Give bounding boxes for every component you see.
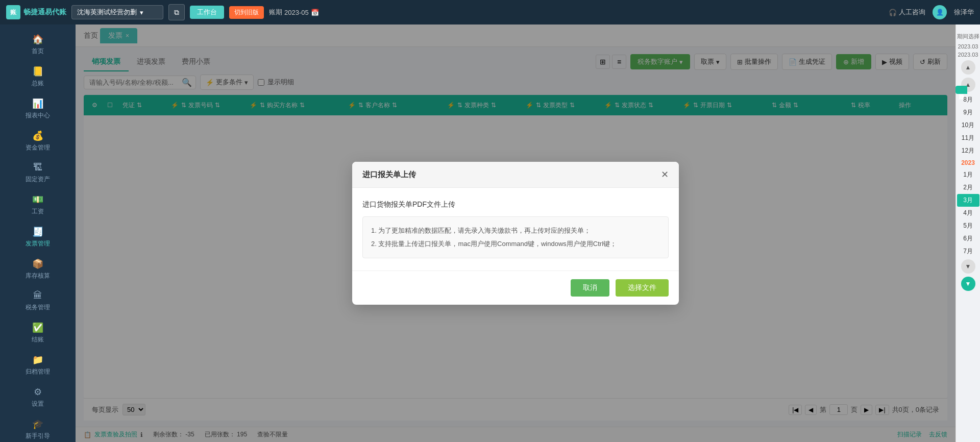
sidebar-item-label: 首页 bbox=[32, 47, 44, 56]
switch-old-version-button[interactable]: 切到旧版 bbox=[229, 6, 264, 19]
user-avatar[interactable]: 👤 bbox=[933, 5, 947, 19]
modal-footer: 取消 选择文件 bbox=[352, 271, 679, 305]
app-name: 畅捷通易代账 bbox=[23, 8, 66, 17]
period-month-3[interactable]: 3月 bbox=[957, 194, 979, 207]
guide-icon: 🎓 bbox=[32, 419, 43, 430]
settlement-icon: ✅ bbox=[32, 322, 43, 333]
period-month-8[interactable]: 8月 bbox=[957, 93, 979, 106]
app-logo: 账 畅捷通易代账 bbox=[6, 5, 66, 19]
period-up-button[interactable]: ▲ bbox=[961, 60, 975, 75]
sidebar-item-label: 税务管理 bbox=[26, 303, 50, 312]
tax-icon: 🏛 bbox=[33, 290, 42, 301]
sidebar-item-tax[interactable]: 🏛 税务管理 bbox=[0, 285, 76, 317]
archive-icon: 📁 bbox=[32, 354, 43, 365]
period-year-2023[interactable]: 2023 bbox=[957, 157, 979, 168]
sidebar-item-label: 发票管理 bbox=[26, 239, 50, 248]
modal-info-box: 1. 为了更加精准的数据匹配，请先录入海关缴款书，再上传对应的报关单； 2. 支… bbox=[362, 216, 669, 258]
main-content: 首页 发票 × 销项发票 进项发票 费用小票 bbox=[76, 24, 955, 442]
modal-close-button[interactable]: ✕ bbox=[661, 169, 669, 180]
sidebar-item-label: 总账 bbox=[32, 79, 44, 88]
modal-overlay: 进口报关单上传 ✕ 进口货物报关单PDF文件上传 1. 为了更加精准的数据匹配，… bbox=[76, 24, 955, 442]
sidebar-item-ledger[interactable]: 📒 总账 bbox=[0, 61, 76, 93]
modal-section-title: 进口货物报关单PDF文件上传 bbox=[362, 200, 669, 209]
right-panel: 开票日期 期间选择 2023.03 2023.03 ▲ ▲ 8月 9月 10月 … bbox=[955, 24, 980, 442]
logo-icon: 账 bbox=[6, 5, 20, 19]
modal-select-file-button[interactable]: 选择文件 bbox=[616, 279, 669, 297]
funds-icon: 💰 bbox=[32, 130, 43, 141]
sidebar-item-label: 工资 bbox=[32, 207, 44, 216]
period-display: 账期 2023-05 📅 bbox=[269, 8, 319, 17]
modal-title: 进口报关单上传 bbox=[362, 170, 416, 180]
main-layout: 🏠 首页 📒 总账 📊 报表中心 💰 资金管理 🏗 固定资产 💵 工资 🧾 发票… bbox=[0, 24, 980, 442]
year-row-2: 2023.03 bbox=[956, 51, 980, 59]
company-selector[interactable]: 沈海英测试经营勿删 ▾ bbox=[71, 5, 163, 19]
support-button[interactable]: 🎧 人工咨询 bbox=[889, 8, 925, 17]
dropdown-icon: ▾ bbox=[140, 9, 143, 16]
period-month-5[interactable]: 5月 bbox=[957, 219, 979, 232]
reports-icon: 📊 bbox=[32, 98, 43, 109]
period-month-11[interactable]: 11月 bbox=[957, 132, 979, 144]
copy-icon-btn[interactable]: ⧉ bbox=[168, 4, 185, 20]
headset-icon: 🎧 bbox=[889, 9, 897, 16]
workspace-button[interactable]: 工作台 bbox=[190, 6, 224, 19]
sidebar-item-reports[interactable]: 📊 报表中心 bbox=[0, 93, 76, 125]
sidebar-item-settlement[interactable]: ✅ 结账 bbox=[0, 317, 76, 349]
period-month-1[interactable]: 1月 bbox=[957, 168, 979, 181]
sidebar-item-settings[interactable]: ⚙ 设置 bbox=[0, 381, 76, 413]
period-value: 2023-05 bbox=[284, 9, 309, 16]
year-row-1: 2023.03 bbox=[956, 42, 980, 51]
period-month-2[interactable]: 2月 bbox=[957, 181, 979, 194]
modal-body: 进口货物报关单PDF文件上传 1. 为了更加精准的数据匹配，请先录入海关缴款书，… bbox=[352, 188, 679, 271]
sidebar-item-assets[interactable]: 🏗 固定资产 bbox=[0, 157, 76, 189]
period-down2-button[interactable]: ▼ bbox=[961, 277, 975, 291]
invoice-icon: 🧾 bbox=[32, 226, 43, 237]
sidebar-item-invoice[interactable]: 🧾 发票管理 bbox=[0, 221, 76, 253]
sidebar-item-label: 归档管理 bbox=[26, 367, 50, 376]
assets-icon: 🏗 bbox=[33, 162, 42, 173]
calendar-icon[interactable]: 📅 bbox=[311, 9, 319, 16]
sidebar-item-label: 设置 bbox=[32, 400, 44, 408]
sidebar-item-guide[interactable]: 🎓 新手引导 bbox=[0, 413, 76, 442]
modal-cancel-button[interactable]: 取消 bbox=[571, 279, 609, 297]
period-month-12[interactable]: 12月 bbox=[957, 144, 979, 157]
sidebar-item-label: 新手引导 bbox=[26, 432, 50, 440]
payroll-icon: 💵 bbox=[32, 194, 43, 205]
modal-info-item-1: 1. 为了更加精准的数据匹配，请先录入海关缴款书，再上传对应的报关单； bbox=[371, 224, 660, 237]
top-bar-right: 🎧 人工咨询 👤 徐泽华 bbox=[889, 5, 974, 19]
sidebar-item-label: 报表中心 bbox=[26, 111, 50, 120]
sidebar-item-label: 固定资产 bbox=[26, 175, 50, 184]
period-month-4[interactable]: 4月 bbox=[957, 207, 979, 219]
import-customs-modal: 进口报关单上传 ✕ 进口货物报关单PDF文件上传 1. 为了更加精准的数据匹配，… bbox=[352, 162, 679, 305]
user-name: 徐泽华 bbox=[954, 8, 974, 17]
sidebar-item-home[interactable]: 🏠 首页 bbox=[0, 29, 76, 61]
sidebar-item-funds[interactable]: 💰 资金管理 bbox=[0, 125, 76, 157]
sidebar-item-inventory[interactable]: 📦 库存核算 bbox=[0, 253, 76, 285]
home-icon: 🏠 bbox=[32, 34, 43, 45]
avatar-icon: 👤 bbox=[936, 9, 944, 16]
settings-icon: ⚙ bbox=[34, 386, 42, 398]
period-month-10[interactable]: 10月 bbox=[957, 119, 979, 132]
company-name: 沈海英测试经营勿删 bbox=[77, 8, 137, 17]
period-label: 账期 bbox=[269, 8, 282, 17]
modal-header: 进口报关单上传 ✕ bbox=[352, 162, 679, 188]
ledger-icon: 📒 bbox=[32, 66, 43, 77]
period-down-button[interactable]: ▼ bbox=[961, 259, 975, 274]
sidebar-item-archive[interactable]: 📁 归档管理 bbox=[0, 349, 76, 381]
period-select-label: 期间选择 bbox=[957, 31, 979, 42]
support-label: 人工咨询 bbox=[899, 8, 925, 17]
period-month-9[interactable]: 9月 bbox=[957, 106, 979, 119]
modal-info-item-2: 2. 支持批量上传进口报关单，mac用户使用Command键，windows用户… bbox=[371, 237, 660, 251]
top-bar: 账 畅捷通易代账 沈海英测试经营勿删 ▾ ⧉ 工作台 切到旧版 账期 2023-… bbox=[0, 0, 980, 24]
inventory-icon: 📦 bbox=[32, 258, 43, 269]
period-month-6[interactable]: 6月 bbox=[957, 232, 979, 245]
sidebar-item-label: 库存核算 bbox=[26, 272, 50, 280]
sidebar: 🏠 首页 📒 总账 📊 报表中心 💰 资金管理 🏗 固定资产 💵 工资 🧾 发票… bbox=[0, 24, 76, 442]
sidebar-item-payroll[interactable]: 💵 工资 bbox=[0, 189, 76, 221]
sidebar-item-label: 资金管理 bbox=[26, 143, 50, 152]
sidebar-item-label: 结账 bbox=[32, 335, 44, 344]
open-date-panel-button[interactable]: 开票日期 bbox=[955, 86, 967, 94]
period-month-7[interactable]: 7月 bbox=[957, 245, 979, 258]
